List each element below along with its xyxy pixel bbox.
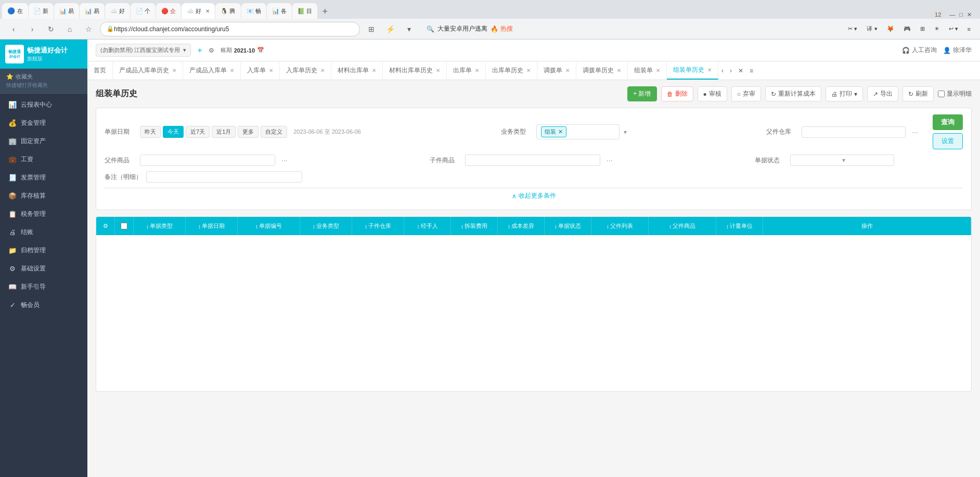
sidebar-item-fund[interactable]: 💰 资金管理 [0,114,87,132]
show-detail-input[interactable] [938,91,945,97]
new-tab-button[interactable]: + [318,4,332,19]
date-btn-7days[interactable]: 近7天 [186,126,210,138]
tab-prod-in[interactable]: 产成品入库单 ✕ [183,62,241,79]
extension-2[interactable]: 🎮 [900,23,914,34]
print-dropdown[interactable]: ▾ [854,91,857,98]
grid-view[interactable]: ⊞ [917,23,928,34]
parent-goods-input[interactable] [140,154,275,166]
notes-field[interactable] [151,173,298,181]
sidebar-item-settlement[interactable]: 🖨 结账 [0,223,87,241]
tab-close-mat-out[interactable]: ✕ [372,68,376,73]
grid-icon[interactable]: ⊞ [364,22,379,36]
collapse-button[interactable]: ∧ 收起更多条件 [509,188,559,203]
tab-scroll-right[interactable]: › [727,63,735,79]
sidebar-item-basic[interactable]: ⚙ 基础设置 [0,260,87,278]
sidebar-item-salary[interactable]: 💼 工资 [0,150,87,169]
query-button[interactable]: 查询 [933,114,963,130]
browser-tab-7[interactable]: 🔴 企 [156,3,181,19]
th-diff[interactable]: ↕ 成本差异 [498,217,545,235]
extension-1[interactable]: 🦊 [884,23,897,34]
forward-button[interactable]: › [25,22,40,36]
th-unit[interactable]: ↕ 计量单位 [716,217,763,235]
company-selector[interactable]: (勿删勿禁用) 江西服宝测试专用 ▾ [96,44,191,57]
th-parent-goods[interactable]: ↕ 父件商品 [649,217,716,235]
audit-btn[interactable]: ● 审核 [698,86,727,101]
sidebar-item-tax[interactable]: 📋 税务管理 [0,205,87,223]
sun-icon[interactable]: ☀ [931,23,943,34]
close-icon[interactable]: ✕ [967,11,972,18]
sidebar-item-inventory[interactable]: 📦 库存核算 [0,187,87,205]
tab-close-prod-in[interactable]: ✕ [230,68,234,73]
th-biz[interactable]: ↕ 业务类型 [300,217,352,235]
child-goods-more[interactable]: ··· [604,156,615,164]
refresh-button[interactable]: ↻ [44,22,58,36]
sidebar-item-asset[interactable]: 🏢 固定资产 [0,132,87,150]
settings-button[interactable]: ⚙ [209,47,214,54]
tab-close-8[interactable]: ✕ [205,8,210,14]
export-btn[interactable]: ↗ 导出 [867,86,898,101]
tab-out-hist[interactable]: 出库单历史 ✕ [486,62,537,79]
browser-tab-2[interactable]: 📄 新 [29,3,54,19]
parent-goods-field[interactable] [145,157,270,164]
tab-mat-out[interactable]: 材料出库单 ✕ [331,62,383,79]
browser-tab-9[interactable]: 🐧 腾 [215,3,240,19]
tab-close-assemble-hist[interactable]: ✕ [617,68,621,73]
th-type[interactable]: ↕ 单据类型 [134,217,186,235]
browser-tab-3[interactable]: 📊 易 [54,3,79,19]
translate-tool[interactable]: 译 ▾ [863,23,880,35]
th-wh[interactable]: ↕ 子件仓库 [352,217,404,235]
url-input[interactable]: 🔒 https://cloud.chanjet.com/accounting/u… [100,22,360,36]
sidebar-item-member[interactable]: ✓ 畅会员 [0,296,87,314]
th-handler[interactable]: ↕ 经手人 [404,217,451,235]
bookmark-button[interactable]: ☆ [81,22,96,36]
tab-close-mat-out-hist[interactable]: ✕ [436,68,440,73]
child-goods-input[interactable] [465,154,600,166]
biz-type-input[interactable]: 组装 ✕ [536,124,620,139]
date-btn-custom[interactable]: 自定义 [261,126,287,138]
back-button[interactable]: ‹ [6,22,21,36]
customer-service-btn[interactable]: 🎧 人工咨询 [902,46,937,55]
tab-close-assemble[interactable]: ✕ [565,68,570,73]
sidebar-item-report[interactable]: 📊 云报表中心 [0,96,87,114]
tab-scroll-left[interactable]: ‹ [718,63,727,79]
tab-home[interactable]: 首页 [87,62,113,79]
tab-close-out-hist[interactable]: ✕ [526,68,531,73]
new-btn[interactable]: + 新增 [627,86,656,101]
home-button[interactable]: ⌂ [62,22,77,36]
parent-wh-input[interactable] [802,126,906,138]
recalc-btn[interactable]: ↻ 重新计算成本 [765,86,821,101]
tab-menu[interactable]: ≡ [746,63,756,79]
menu-button[interactable]: ≡ [964,24,974,34]
add-button[interactable]: + [197,46,202,55]
tab-in-order[interactable]: 入库单 ✕ [241,62,280,79]
biz-type-dropdown[interactable]: ▾ [624,128,627,136]
print-btn[interactable]: 🖨 打印 ▾ [826,86,863,101]
settings-button[interactable]: 设置 [933,133,963,149]
tab-close-kit-hist[interactable]: ✕ [707,67,712,73]
browser-tab-12[interactable]: 📗 目 [292,3,317,19]
tab-assemble[interactable]: 调拨单 ✕ [537,62,576,79]
sidebar-item-archive[interactable]: 📁 归档管理 [0,241,87,260]
bolt-icon[interactable]: ⚡ [383,22,397,36]
maximize-icon[interactable]: □ [959,11,963,18]
refresh-btn[interactable]: ↻ 刷新 [902,86,934,101]
parent-goods-more[interactable]: ··· [279,156,290,164]
notes-input[interactable] [146,171,302,183]
user-menu[interactable]: 👤 徐泽华 [943,46,972,55]
tab-prod-in-hist[interactable]: 产成品入库单历史 ✕ [113,62,183,79]
tab-kit-hist[interactable]: 组装单历史 ✕ [667,61,718,80]
tab-close-prod-in-hist[interactable]: ✕ [172,68,176,73]
browser-tab-6[interactable]: 📄 个 [131,3,156,19]
undo-tool[interactable]: ↩ ▾ [946,23,961,34]
parent-wh-field[interactable] [806,128,901,136]
sidebar-item-invoice[interactable]: 🧾 发票管理 [0,169,87,187]
abandon-btn[interactable]: ○ 弃审 [731,86,761,101]
browser-tab-10[interactable]: 📧 畅 [241,3,266,19]
tab-close-all[interactable]: ✕ [735,63,746,79]
tab-in-hist[interactable]: 入库单历史 ✕ [280,62,331,79]
tab-close-kit[interactable]: ✕ [656,68,660,73]
th-date[interactable]: ↕ 单据日期 [186,217,238,235]
th-parent-list[interactable]: ↕ 父件列表 [591,217,649,235]
date-btn-1month[interactable]: 近1月 [212,126,236,138]
tab-mat-out-hist[interactable]: 材料出库单历史 ✕ [383,62,447,79]
